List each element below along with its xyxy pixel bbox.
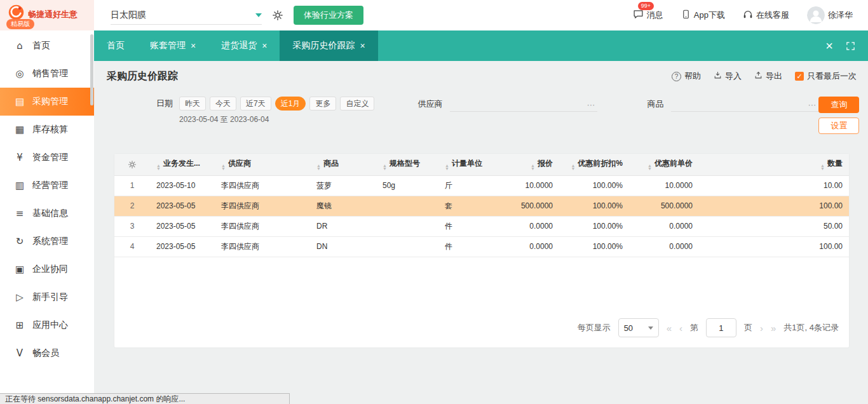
chevron-down-icon bbox=[648, 327, 653, 330]
username: 徐泽华 bbox=[828, 10, 853, 21]
col-header-supplier[interactable]: 供应商 bbox=[215, 154, 310, 175]
product-filter-label: 商品 bbox=[647, 98, 663, 110]
date-chip-today[interactable]: 今天 bbox=[210, 97, 236, 111]
page-suffix-label: 页 bbox=[744, 322, 752, 333]
gear-icon bbox=[121, 160, 144, 169]
help-button[interactable]: ? 帮助 bbox=[672, 71, 701, 82]
table-row[interactable]: 4 2023-05-05 李四供应商 DN 件 0.0000 100.00% 0… bbox=[114, 236, 849, 257]
sidebar-item-app-center[interactable]: ⊞ 应用中心 bbox=[0, 311, 94, 339]
chat-bubble-icon bbox=[633, 9, 644, 22]
body: ⌂ 首页 ◎ 销售管理 ▤ 采购管理 ▦ 库存核算 ¥ 资金管理 ▥ 经营管理 bbox=[0, 30, 868, 404]
cell-unit-price: 10.0000 bbox=[629, 175, 699, 196]
last-page-button[interactable]: » bbox=[771, 323, 776, 333]
col-header-date[interactable]: 业务发生... bbox=[150, 154, 215, 175]
table-row[interactable]: 1 2023-05-10 李四供应商 菠萝 50g 斤 10.0000 100.… bbox=[114, 175, 849, 196]
tab-purchase-history-price[interactable]: 采购历史价跟踪 × bbox=[280, 30, 377, 61]
cell-price: 0.0000 bbox=[502, 216, 559, 236]
operations-icon: ▥ bbox=[14, 180, 25, 191]
settings-gear-icon[interactable] bbox=[272, 10, 283, 21]
cell-price: 500.0000 bbox=[502, 196, 559, 216]
col-header-unit[interactable]: 计量单位 bbox=[438, 154, 502, 175]
cell-date: 2023-05-05 bbox=[150, 216, 215, 236]
prev-page-button[interactable]: ‹ bbox=[679, 323, 682, 333]
import-button[interactable]: 导入 bbox=[714, 71, 742, 82]
member-icon: V bbox=[14, 347, 25, 359]
last-only-toggle[interactable]: ✓ 只看最后一次 bbox=[795, 71, 857, 82]
sidebar-item-collaboration[interactable]: ▣ 企业协同 bbox=[0, 255, 94, 283]
export-button[interactable]: 导出 bbox=[754, 71, 782, 82]
settings-button[interactable]: 设置 bbox=[818, 118, 859, 134]
close-icon[interactable]: × bbox=[360, 41, 365, 51]
table-row-highlighted[interactable]: 2 2023-05-05 李四供应商 魔镜 套 500.0000 100.00%… bbox=[114, 196, 849, 216]
sidebar-item-guide[interactable]: ▷ 新手引导 bbox=[0, 283, 94, 311]
cell-unit: 件 bbox=[438, 236, 502, 257]
ellipsis-picker-icon[interactable]: ··· bbox=[808, 100, 816, 109]
date-chip-more[interactable]: 更多 bbox=[309, 97, 336, 111]
headset-icon bbox=[743, 10, 753, 22]
status-text: 正在等待 sensorsdata.chanapp.chanjet.com 的响应… bbox=[5, 394, 185, 404]
online-service-button[interactable]: 在线客服 bbox=[743, 10, 789, 22]
col-header-product[interactable]: 商品 bbox=[310, 154, 376, 175]
per-page-select[interactable]: 50 bbox=[618, 318, 659, 337]
user-menu[interactable]: 徐泽华 bbox=[807, 6, 853, 24]
cell-spec bbox=[376, 236, 438, 257]
date-chip-custom[interactable]: 自定义 bbox=[340, 97, 374, 111]
close-icon[interactable]: × bbox=[191, 41, 196, 51]
page-actions: ? 帮助 导入 导出 bbox=[672, 71, 857, 82]
tab-bar-actions: × bbox=[825, 30, 868, 61]
first-page-button[interactable]: « bbox=[667, 323, 672, 333]
sidebar-item-label: 应用中心 bbox=[32, 320, 68, 331]
app-download-button[interactable]: App下载 bbox=[681, 10, 725, 21]
logo-area: 畅捷通好生意 精易版 bbox=[0, 0, 94, 30]
col-header-discount[interactable]: 优惠前折扣% bbox=[559, 154, 629, 175]
page-number-input[interactable]: 1 bbox=[706, 318, 736, 337]
close-icon[interactable]: × bbox=[262, 41, 267, 51]
tab-home[interactable]: 首页 bbox=[94, 30, 137, 61]
tab-account-books[interactable]: 账套管理 × bbox=[137, 30, 208, 61]
sidebar-item-basic-info[interactable]: ≡ 基础信息 bbox=[0, 199, 94, 227]
next-page-button[interactable]: › bbox=[760, 323, 763, 333]
cell-discount: 100.00% bbox=[559, 216, 629, 236]
pagination: 每页显示 50 « ‹ 第 1 页 › » 共1页, 4条记录 bbox=[114, 318, 849, 337]
sort-icon bbox=[571, 165, 575, 170]
messages-button[interactable]: 99+ 消息 bbox=[633, 9, 663, 22]
date-chip-last7days[interactable]: 近7天 bbox=[240, 97, 271, 111]
date-filter-group: 日期 昨天 今天 近7天 近1月 更多 自定义 2023-05-04 至 202… bbox=[156, 97, 374, 125]
sort-icon bbox=[316, 165, 321, 170]
company-select[interactable]: 日太阳膜 bbox=[111, 6, 262, 25]
company-name: 日太阳膜 bbox=[111, 10, 146, 21]
date-chip-yesterday[interactable]: 昨天 bbox=[179, 97, 206, 111]
date-chip-lastmonth[interactable]: 近1月 bbox=[275, 97, 306, 111]
query-button[interactable]: 查询 bbox=[818, 97, 859, 113]
sidebar-scrollbar[interactable] bbox=[90, 34, 93, 105]
online-service-label: 在线客服 bbox=[756, 10, 789, 21]
table-row[interactable]: 3 2023-05-05 李四供应商 DR 件 0.0000 100.00% 0… bbox=[114, 216, 849, 236]
date-filter-label: 日期 bbox=[156, 98, 173, 109]
checkbox-checked-icon[interactable]: ✓ bbox=[795, 72, 804, 81]
col-header-price[interactable]: 报价 bbox=[502, 154, 559, 175]
col-header-unit-price[interactable]: 优惠前单价 bbox=[629, 154, 699, 175]
sidebar-item-funds[interactable]: ¥ 资金管理 bbox=[0, 144, 94, 172]
close-all-tabs-icon[interactable]: × bbox=[825, 39, 833, 52]
sidebar-item-operations[interactable]: ▥ 经营管理 bbox=[0, 172, 94, 199]
sidebar-item-member[interactable]: V 畅会员 bbox=[0, 339, 94, 367]
product-input[interactable]: ··· bbox=[671, 97, 818, 112]
col-header-spec[interactable]: 规格型号 bbox=[376, 154, 438, 175]
logo-title: 畅捷通好生意 bbox=[28, 9, 78, 20]
sidebar-item-purchase[interactable]: ▤ 采购管理 bbox=[0, 88, 94, 116]
supplier-input[interactable]: ··· bbox=[450, 97, 597, 112]
col-header-qty[interactable]: 数量 bbox=[699, 154, 849, 175]
sidebar-item-system[interactable]: ↻ 系统管理 bbox=[0, 227, 94, 255]
cell-supplier: 李四供应商 bbox=[215, 216, 310, 236]
ellipsis-picker-icon[interactable]: ··· bbox=[587, 100, 595, 109]
tab-purchase-returns[interactable]: 进货退货 × bbox=[208, 30, 280, 61]
sidebar-item-sales[interactable]: ◎ 销售管理 bbox=[0, 60, 94, 88]
sidebar-item-inventory[interactable]: ▦ 库存核算 bbox=[0, 116, 94, 144]
fullscreen-icon[interactable] bbox=[846, 41, 855, 51]
system-icon: ↻ bbox=[14, 236, 25, 247]
app-center-icon: ⊞ bbox=[14, 320, 25, 331]
sidebar-item-home[interactable]: ⌂ 首页 bbox=[0, 32, 94, 60]
column-settings-gear[interactable] bbox=[114, 154, 150, 175]
trial-industry-plan-button[interactable]: 体验行业方案 bbox=[294, 6, 363, 25]
sidebar-item-label: 基础信息 bbox=[32, 208, 68, 219]
